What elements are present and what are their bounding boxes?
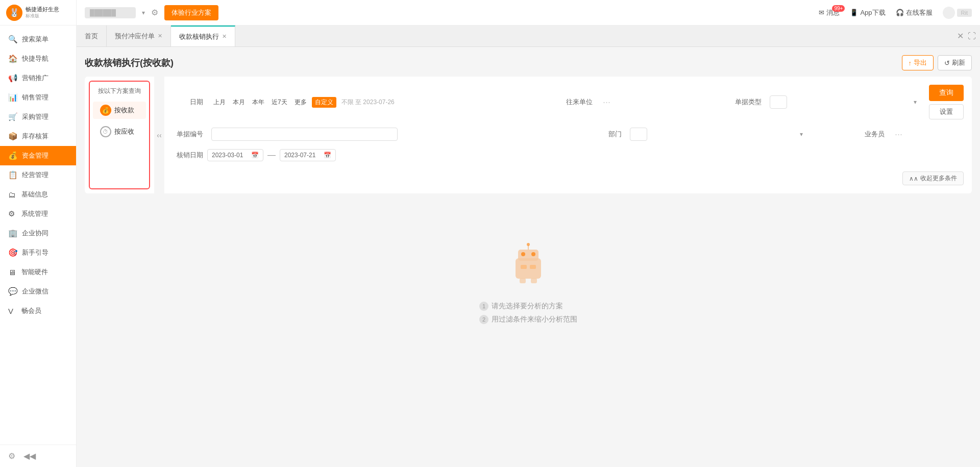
chevron-up-icon: ∧∧ — [909, 175, 918, 182]
page-title: 收款核销执行(按收款) — [85, 57, 174, 69]
filter-option-by-collection[interactable]: 💰 按收款 — [93, 102, 146, 119]
solution-button[interactable]: 体验行业方案 — [164, 5, 218, 20]
tab-prepay[interactable]: 预付冲应付单 ✕ — [107, 26, 171, 46]
query-button[interactable]: 查询 — [929, 85, 964, 101]
filter-more-row: ∧∧ 收起更多条件 — [173, 169, 964, 187]
filter-container: 按以下方案查询 💰 按收款 ⏱ 按应收 ‹‹ 日期 — [85, 77, 972, 193]
service-label: 在线客服 — [906, 8, 933, 17]
sidebar-item-quicknav[interactable]: 🏠 快捷导航 — [0, 49, 76, 68]
date-label: 日期 — [173, 97, 203, 107]
sidebar-item-hardware[interactable]: 🖥 智能硬件 — [0, 262, 76, 282]
folder-icon: 🗂 — [8, 190, 17, 199]
dept-select[interactable] — [630, 128, 647, 141]
partner-label: 往来单位 — [562, 97, 593, 107]
chevron-left-icon: ‹‹ — [157, 131, 161, 139]
verif-date-start-input[interactable]: 2023-03-01 📅 — [207, 149, 263, 161]
user-menu[interactable]: Rit — [943, 7, 972, 19]
empty-robot-illustration — [503, 240, 554, 291]
date-btn-lastmonth[interactable]: 上月 — [211, 97, 228, 108]
date-btn-7days[interactable]: 近7天 — [270, 97, 289, 108]
cart-icon: 🛒 — [8, 112, 18, 121]
message-button[interactable]: ✉ 消息 99+ — [819, 8, 840, 17]
sidebar-item-guide[interactable]: 🎯 新手引导 — [0, 243, 76, 262]
sidebar-label-marketing: 营销推广 — [22, 73, 48, 83]
refresh-button[interactable]: ↺ 刷新 — [938, 55, 972, 70]
sidebar-item-basic-info[interactable]: 🗂 基础信息 — [0, 185, 76, 204]
sidebar-item-system[interactable]: ⚙ 系统管理 — [0, 204, 76, 224]
filter-row-3: 核销日期 2023-03-01 📅 — 2023-07-21 📅 — [173, 147, 964, 163]
empty-tip-1: 1 请先选择要分析的方案 — [479, 302, 577, 311]
tab-prepay-label: 预付冲应付单 — [115, 32, 155, 41]
export-button[interactable]: ↑ 导出 — [902, 55, 934, 70]
main-area: ██████ ▾ ⚙ 体验行业方案 ✉ 消息 99+ 📱 App下载 🎧 在线客… — [77, 0, 980, 467]
svg-rect-0 — [516, 258, 541, 279]
tabs-bar: 首页 预付冲应付单 ✕ 收款核销执行 ✕ ✕ ⛶ — [77, 26, 980, 47]
monitor-icon: 🖥 — [8, 268, 17, 277]
date-btn-thisyear[interactable]: 本年 — [250, 97, 266, 108]
filter-scheme-title: 按以下方案查询 — [98, 87, 141, 95]
sidebar-item-marketing[interactable]: 📢 营销推广 — [0, 68, 76, 88]
calendar-icon: 📅 — [251, 152, 259, 159]
query-btn-col: 查询 设置 — [929, 83, 964, 121]
topbar-chevron-icon[interactable]: ▾ — [142, 9, 145, 16]
sidebar-item-sales[interactable]: 📊 销售管理 — [0, 88, 76, 107]
tab-collection[interactable]: 收款核销执行 ✕ — [171, 26, 235, 46]
sidebar-item-member[interactable]: V 畅会员 — [0, 301, 76, 321]
service-button[interactable]: 🎧 在线客服 — [896, 8, 933, 17]
partner-dots: ··· — [601, 97, 612, 108]
setting-button[interactable]: 设置 — [929, 104, 964, 119]
settings-footer-icon[interactable]: ⚙ — [8, 451, 15, 461]
filter-option-by-receivable[interactable]: ⏱ 按应收 — [93, 123, 146, 140]
sidebar-item-operation[interactable]: 📋 经营管理 — [0, 165, 76, 185]
date-btn-more[interactable]: 更多 — [292, 97, 309, 108]
sidebar-item-wechat[interactable]: 💬 企业微信 — [0, 282, 76, 301]
mobile-icon: 📱 — [850, 9, 858, 16]
verif-date-end-input[interactable]: 2023-07-21 📅 — [280, 149, 336, 161]
collapse-sidebar-icon[interactable]: ◀◀ — [23, 451, 36, 461]
topbar-brand: ██████ — [85, 7, 136, 18]
sidebar-label-inventory: 库存核算 — [22, 132, 48, 141]
docnum-input[interactable] — [211, 128, 398, 141]
tab-collection-close-icon[interactable]: ✕ — [222, 33, 227, 40]
app-download-button[interactable]: 📱 App下载 — [850, 8, 885, 17]
topbar: ██████ ▾ ⚙ 体验行业方案 ✉ 消息 99+ 📱 App下载 🎧 在线客… — [77, 0, 980, 26]
close-tab-icon[interactable]: ✕ — [957, 31, 964, 41]
sidebar-item-inventory[interactable]: 📦 库存核算 — [0, 127, 76, 146]
svg-rect-1 — [518, 250, 538, 261]
sidebar-item-purchase[interactable]: 🛒 采购管理 — [0, 107, 76, 127]
doc-type-select[interactable] — [770, 95, 787, 109]
verif-date-label: 核销日期 — [173, 151, 203, 160]
collapse-more-button[interactable]: ∧∧ 收起更多条件 — [902, 171, 964, 185]
user-label: Rit — [957, 9, 972, 17]
sidebar-label-sales: 销售管理 — [22, 93, 48, 102]
expand-tab-icon[interactable]: ⛶ — [968, 32, 976, 41]
message-badge: 99+ — [832, 5, 845, 12]
filter-row-1: 日期 上月 本月 本年 近7天 更多 自定义 不限 至 2023-07-26 往… — [173, 83, 964, 121]
filter-collapse-toggle[interactable]: ‹‹ — [154, 77, 164, 193]
sidebar-label-hardware: 智能硬件 — [21, 267, 48, 277]
sidebar-item-search[interactable]: 🔍 搜索菜单 — [0, 30, 76, 49]
date-btn-thismonth[interactable]: 本月 — [231, 97, 247, 108]
doc-type-label: 单据类型 — [731, 97, 762, 107]
sidebar-label-wechat: 企业微信 — [22, 287, 48, 296]
svg-rect-9 — [531, 278, 537, 283]
sidebar-label-basic-info: 基础信息 — [21, 190, 48, 199]
logo-icon: 🐰 — [6, 5, 22, 21]
home-icon: 🏠 — [8, 54, 18, 63]
tab-prepay-close-icon[interactable]: ✕ — [158, 33, 162, 39]
sidebar-label-system: 系统管理 — [21, 209, 48, 218]
tab-home-label: 首页 — [85, 32, 98, 41]
sidebar-label-guide: 新手引导 — [22, 248, 48, 257]
filter-option-receivable-label: 按应收 — [114, 127, 134, 136]
svg-point-2 — [521, 252, 525, 256]
date-btn-custom[interactable]: 自定义 — [312, 97, 336, 108]
collapse-label: 收起更多条件 — [920, 174, 957, 183]
date-separator: — — [267, 151, 276, 160]
tab-home[interactable]: 首页 — [77, 26, 107, 46]
sidebar-item-enterprise[interactable]: 🏢 企业协同 — [0, 224, 76, 243]
money-icon: 💰 — [8, 151, 18, 160]
topbar-gear-icon[interactable]: ⚙ — [151, 8, 158, 17]
vip-icon: V — [8, 307, 17, 315]
sidebar-item-finance[interactable]: 💰 资金管理 — [0, 146, 76, 165]
collection-icon: 💰 — [100, 105, 111, 116]
